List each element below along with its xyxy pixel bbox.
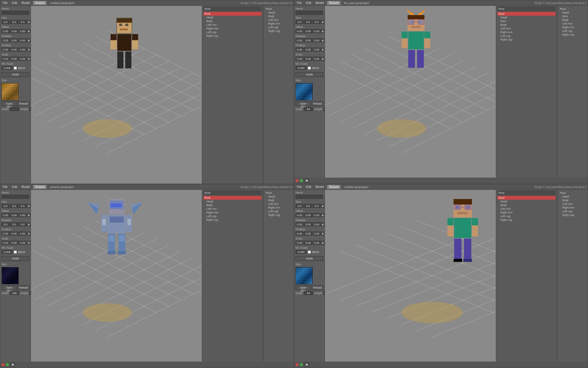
- menu-edit-bl[interactable]: Edit: [11, 185, 18, 189]
- rotation-x-tl[interactable]: [2, 38, 9, 42]
- scale-y-tl[interactable]: [10, 57, 18, 61]
- size-x-bl[interactable]: [2, 204, 9, 208]
- rotation-y-tl[interactable]: [10, 38, 18, 42]
- offset-x-tr[interactable]: [296, 29, 303, 33]
- offset-z-tr[interactable]: [313, 29, 321, 33]
- menu-edit-tl[interactable]: Edit: [11, 1, 18, 5]
- reload-btn-br[interactable]: Reload: [311, 285, 323, 290]
- mcscale-input-tl[interactable]: [2, 66, 13, 70]
- center-tree-body-br[interactable]: Body: [497, 203, 556, 207]
- mcscale-input-tr[interactable]: [296, 66, 307, 70]
- open-skin-btn-tl[interactable]: Open Skin: [2, 101, 17, 106]
- position-spin-bl[interactable]: ▲: [27, 232, 30, 236]
- offset-y-tr[interactable]: [304, 29, 312, 33]
- menu-edit-br[interactable]: Edit: [305, 185, 312, 189]
- menu-model-tr[interactable]: Model: [314, 1, 325, 5]
- center-tree-leftarm-tr[interactable]: Left Arm: [497, 27, 556, 30]
- position-y-tr[interactable]: [304, 48, 312, 52]
- position-x-tr[interactable]: [296, 48, 303, 52]
- center-tree-body-tl[interactable]: Body: [203, 19, 262, 23]
- tree-leftleg-br[interactable]: Left Leg: [559, 209, 586, 213]
- tree-root-tl[interactable]: Root: [265, 7, 292, 11]
- offset-x-br[interactable]: [296, 213, 303, 217]
- scale-z-bl[interactable]: [19, 241, 27, 245]
- tree-rightarm-br[interactable]: Right Arm: [559, 206, 586, 209]
- mcscale-input-bl[interactable]: [2, 250, 13, 254]
- center-tree-leftleg-tr[interactable]: Left Leg: [497, 34, 556, 38]
- menu-model-tl[interactable]: Model: [20, 1, 31, 5]
- size-spin-tl[interactable]: ▲: [27, 20, 30, 24]
- center-tree-leftleg-tl[interactable]: Left Leg: [203, 30, 262, 34]
- rotation-x-br[interactable]: [296, 222, 303, 226]
- name-input-tl[interactable]: [2, 11, 29, 15]
- center-tree-rightarm-br[interactable]: Right Arm: [497, 211, 556, 214]
- position-z-tl[interactable]: [19, 48, 27, 52]
- size-x-br[interactable]: [296, 204, 303, 208]
- open-skin-btn-br[interactable]: Open Skin: [296, 285, 311, 290]
- rotation-spin-bl[interactable]: ▲: [27, 222, 30, 226]
- rotation-z-tl[interactable]: [19, 38, 27, 42]
- tree-rightarm-tl[interactable]: Right Arm: [265, 22, 292, 25]
- reload-btn-tl[interactable]: Reload: [17, 101, 29, 106]
- center-tree-root-tl[interactable]: Root: [203, 12, 262, 16]
- center-tree-head-tl[interactable]: Head: [203, 16, 262, 19]
- menu-file-br[interactable]: File: [296, 185, 303, 189]
- scale-spin-tr[interactable]: ▲: [321, 57, 324, 61]
- offset-y-tl[interactable]: [10, 29, 18, 33]
- rotation-spin-br[interactable]: ▲: [321, 222, 324, 226]
- width-input-br[interactable]: [304, 291, 313, 295]
- tree-root-bl[interactable]: Root: [265, 191, 292, 195]
- tree-root-br[interactable]: Root: [559, 191, 586, 195]
- tab-texture-br[interactable]: Texture: [327, 185, 341, 189]
- offset-z-tl[interactable]: [19, 29, 27, 33]
- tree-leftleg-tr[interactable]: Left Leg: [559, 29, 586, 33]
- tree-body-tr[interactable]: Body: [559, 18, 586, 22]
- scale-x-br[interactable]: [296, 241, 303, 245]
- viewport-bl[interactable]: [31, 190, 202, 362]
- viewport-tl[interactable]: [31, 6, 202, 184]
- position-z-br[interactable]: [313, 232, 321, 236]
- scale-x-tl[interactable]: [2, 57, 9, 61]
- mirror-checkbox-tr[interactable]: [308, 67, 311, 70]
- offset-x-tl[interactable]: [2, 29, 9, 33]
- scale-z-tr[interactable]: [313, 57, 321, 61]
- scale-z-br[interactable]: [313, 241, 321, 245]
- rotation-y-bl[interactable]: [10, 222, 18, 226]
- rotation-z-tr[interactable]: [313, 38, 321, 42]
- position-y-tl[interactable]: [10, 48, 18, 52]
- tree-body-bl[interactable]: Body: [265, 198, 292, 202]
- center-tree-head-tr[interactable]: Head: [497, 16, 556, 19]
- scale-spin-tl[interactable]: ▲: [27, 57, 30, 61]
- tree-leftarm-bl[interactable]: Left Arm: [265, 202, 292, 206]
- center-tree-rightarm-tr[interactable]: Right Arm: [497, 30, 556, 34]
- center-tree-rightleg-bl[interactable]: Right Leg: [203, 218, 262, 222]
- tree-leftarm-tl[interactable]: Left Arm: [265, 18, 292, 22]
- open-skin-btn-bl[interactable]: Open Skin: [2, 285, 17, 290]
- reload-btn-tr[interactable]: Reload: [311, 101, 323, 106]
- size-z-tr[interactable]: [313, 20, 321, 24]
- size-z-br[interactable]: [313, 204, 321, 208]
- mirror-checkbox-br[interactable]: [308, 251, 311, 254]
- viewport-br[interactable]: [325, 190, 496, 362]
- tree-rightleg-bl[interactable]: Right Leg: [265, 213, 292, 217]
- center-tree-rightleg-br[interactable]: Right Leg: [497, 218, 556, 222]
- scale-spin-bl[interactable]: ▲: [27, 241, 30, 245]
- mirror-checkbox-tl[interactable]: [14, 67, 17, 70]
- offset-spin-tl[interactable]: ▲: [27, 29, 30, 33]
- center-tree-body-tr[interactable]: Body: [497, 23, 556, 27]
- mode-btn-br[interactable]: Mode: [296, 256, 323, 261]
- tree-ears-tr[interactable]: Ears: [559, 14, 586, 18]
- center-tree-rightleg-tr[interactable]: Right Leg: [497, 38, 556, 41]
- center-tree-leftleg-bl[interactable]: Left Leg: [203, 214, 262, 218]
- mode-btn-tl[interactable]: Mode: [2, 72, 29, 77]
- size-x-tr[interactable]: [296, 20, 303, 24]
- name-input-bl[interactable]: [2, 195, 29, 199]
- size-spin-br[interactable]: ▲: [321, 204, 324, 208]
- center-tree-rightarm-bl[interactable]: Right Arm: [203, 211, 262, 214]
- record-btn-bl[interactable]: ⏺: [10, 362, 15, 367]
- rotation-y-br[interactable]: [304, 222, 312, 226]
- position-spin-br[interactable]: ▲: [321, 232, 324, 236]
- size-y-br[interactable]: [304, 204, 312, 208]
- tab-texture-bl[interactable]: Texture: [33, 185, 47, 189]
- center-tree-leftleg-br[interactable]: Left Leg: [497, 214, 556, 218]
